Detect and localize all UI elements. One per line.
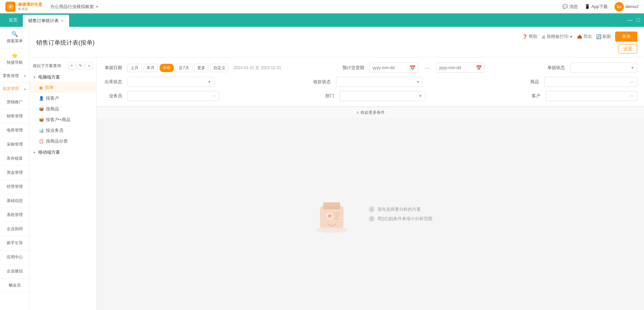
scheme-group-pc: ▼ 电脑端方案 ◉ 按单 👤 按客户 📦 按商品 <box>30 72 96 147</box>
empty-content: 1 请先选择要分析的方案 2 用[过滤]条件来缩小分析范围 <box>308 191 432 238</box>
refresh-icon: 🔄 <box>596 34 601 39</box>
tab-sales-order-stats[interactable]: 销售订单统计表 ✕ <box>23 15 69 27</box>
last7days-btn[interactable]: 近7天 <box>176 64 192 72</box>
customer-input-wrap: ··· <box>546 91 637 101</box>
workspace-selector[interactable]: 办公用品行业模拟账套 ▼ <box>50 4 99 10</box>
scheme-item-by-product[interactable]: 📦 按商品 <box>30 104 96 114</box>
order-status-select[interactable]: ▼ <box>570 63 637 73</box>
expected-delivery-end[interactable]: 📅 <box>436 63 485 73</box>
pc-group-arrow-icon: ▼ <box>33 75 36 79</box>
tab-home[interactable]: 首页 <box>3 13 23 27</box>
add-scheme-btn[interactable]: + <box>68 62 75 69</box>
sidebar-item-enterprise-wechat[interactable]: 企业微信 <box>0 264 29 278</box>
collapse-panel-btn[interactable]: « <box>86 62 93 69</box>
user-area[interactable]: Ea demo2 <box>614 2 639 11</box>
salesperson-input[interactable] <box>130 94 212 99</box>
app-download-btn[interactable]: 📱 App下载 <box>585 4 608 10</box>
sidebar-item-inventory[interactable]: 库存核算 <box>0 152 29 166</box>
payment-status-wrap: ▼ <box>336 77 423 87</box>
collapse-more-btn[interactable]: ∧ 收起更多条件 <box>97 107 644 118</box>
delivery-status-arrow-icon: ▼ <box>208 80 211 84</box>
app-download-label: App下载 <box>591 4 608 10</box>
collapse-text: ∧ 收起更多条件 <box>356 110 384 115</box>
sidebar-item-marketing[interactable]: 营销推广 <box>0 95 29 109</box>
query-button[interactable]: 查询 <box>615 32 637 42</box>
sidebar-item-system[interactable]: 系统管理 <box>0 208 29 222</box>
help-btn[interactable]: ❓ 帮助 <box>522 34 537 40</box>
avatar: Ea <box>614 2 624 11</box>
delivery-status-wrap: ▼ <box>127 77 214 87</box>
custom-btn[interactable]: 自定义 <box>210 64 228 72</box>
edit-scheme-btn[interactable]: ✎ <box>77 62 84 69</box>
customer-input[interactable] <box>549 94 630 99</box>
sidebar-item-quick-nav[interactable]: ⭐ 快捷导航 <box>0 48 29 70</box>
sidebar-item-member[interactable]: 畅会员 <box>0 278 29 293</box>
sidebar-item-purchase[interactable]: 采购管理 <box>0 138 29 152</box>
department-select[interactable]: ▼ <box>339 91 425 101</box>
prev-month-btn[interactable]: 上月 <box>127 64 142 72</box>
customer-dots-icon[interactable]: ··· <box>630 93 634 99</box>
template-print-btn[interactable]: 🖨 按模板打印 ▼ <box>541 34 573 40</box>
expected-delivery-start-input[interactable] <box>373 65 410 70</box>
basic-info-label: 基础信息 <box>7 198 23 203</box>
quick-nav-icon: ⭐ <box>1 52 28 59</box>
this-month-btn[interactable]: 本月 <box>144 64 158 72</box>
by-customer-product-icon: 📦 <box>39 117 44 122</box>
delivery-status-select[interactable]: ▼ <box>127 77 214 87</box>
this-year-btn[interactable]: 本年 <box>160 64 174 72</box>
sidebar-item-new-guide[interactable]: 新手引导 <box>0 236 29 250</box>
sidebar-item-enterprise-collab[interactable]: 企业协同 <box>0 222 29 236</box>
maximize-btn[interactable]: □ <box>637 17 640 23</box>
refresh-btn[interactable]: 🔄 刷新 <box>596 34 611 40</box>
scheme-item-by-order[interactable]: ◉ 按单 <box>30 82 96 93</box>
product-input-wrap: ··· <box>544 77 637 87</box>
export-icon: 📤 <box>577 34 582 39</box>
sidebar-item-wholesale[interactable]: 批发管理 ▲ <box>0 83 29 95</box>
app-center-label: 应用中心 <box>7 255 23 259</box>
message-label: 消息 <box>569 4 578 10</box>
sidebar-item-finance[interactable]: 资金管理 <box>0 166 29 180</box>
salesperson-label: 业务员 <box>103 93 122 99</box>
sidebar-item-search-menu[interactable]: 🔍 搜索菜单 <box>0 27 29 48</box>
sidebar-item-sales[interactable]: 销售管理 <box>0 109 29 123</box>
edit-icon: ✎ <box>79 63 82 68</box>
empty-tip-2: 2 用[过滤]条件来缩小分析范围 <box>369 216 432 222</box>
member-label: 畅会员 <box>9 283 21 288</box>
topbar-left: 畅捷通好生意 标准版 办公用品行业模拟账套 ▼ <box>5 2 99 12</box>
payment-status-arrow-icon: ▼ <box>416 80 420 84</box>
scheme-group-mobile-header[interactable]: ▼ 移动端方案 <box>30 147 96 157</box>
salesperson-dots-icon[interactable]: ··· <box>212 93 216 99</box>
filter-row-1: 单据日期 上月 本月 本年 近7天 更多 自定义 2023-01-01 至 20… <box>103 63 637 73</box>
action-buttons-row: ❓ 帮助 🖨 按模板打印 ▼ 📤 导出 🔄 刷新 <box>522 32 611 40</box>
payment-status-label: 收款状态 <box>312 79 331 85</box>
inventory-label: 库存核算 <box>7 156 23 161</box>
scheme-item-by-product-category[interactable]: 📋 按商品分类 <box>30 136 96 147</box>
expected-delivery-end-input[interactable] <box>439 65 476 70</box>
system-label: 系统管理 <box>7 212 23 217</box>
sidebar-item-retail[interactable]: 零售管理 ▼ <box>0 70 29 83</box>
scheme-item-by-customer-product[interactable]: 📦 按客户+商品 <box>30 114 96 125</box>
sidebar-item-app-center[interactable]: 应用中心 <box>0 250 29 264</box>
minimize-btn[interactable]: — <box>627 17 633 23</box>
sidebar-item-operations[interactable]: 经营管理 <box>0 180 29 194</box>
scheme-item-by-salesperson[interactable]: 📊 按业务员 <box>30 125 96 136</box>
main-content-area: 按以下方案查询 + ✎ « <box>30 57 644 310</box>
message-btn[interactable]: 💬 消息 <box>562 4 578 10</box>
setting-button[interactable]: 设置 <box>619 44 637 54</box>
export-btn[interactable]: 📤 导出 <box>577 34 592 40</box>
expected-delivery-start[interactable]: 📅 <box>370 63 418 73</box>
page-title: 销售订单统计表(按单) <box>36 39 95 47</box>
date-range-text: 2023-01-01 至 2023-12-31 <box>234 65 281 71</box>
product-dots-icon[interactable]: ··· <box>630 79 634 85</box>
sidebar-item-ecommerce[interactable]: 电商管理 <box>0 123 29 138</box>
sidebar-item-basic-info[interactable]: 基础信息 <box>0 194 29 208</box>
department-wrap: ▼ <box>339 91 425 101</box>
scheme-item-by-customer[interactable]: 👤 按客户 <box>30 93 96 104</box>
tab-close-icon[interactable]: ✕ <box>61 19 64 23</box>
tip-2-text: 用[过滤]条件来缩小分析范围 <box>377 216 432 222</box>
payment-status-select[interactable]: ▼ <box>336 77 423 87</box>
by-salesperson-icon: 📊 <box>39 128 44 133</box>
scheme-group-pc-header[interactable]: ▼ 电脑端方案 <box>30 72 96 82</box>
product-input[interactable] <box>547 80 630 85</box>
more-btn[interactable]: 更多 <box>194 64 208 72</box>
